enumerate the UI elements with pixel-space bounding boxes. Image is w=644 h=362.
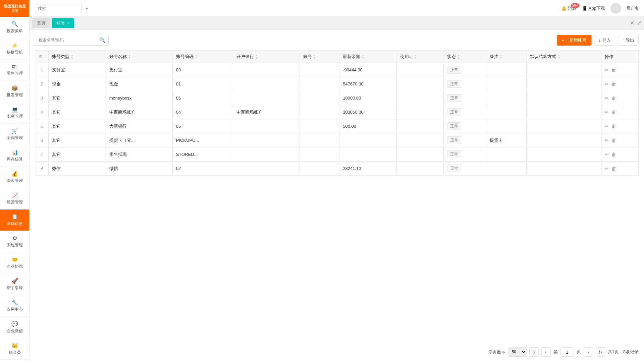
message-badge: 99+ (571, 3, 579, 8)
sidebar-item-12[interactable]: 🚀新手引导 (0, 274, 29, 295)
app-logo: 畅捷通好生意 乐版 (0, 0, 29, 17)
export-label: 导出 (626, 37, 634, 43)
sidebar-item-4[interactable]: 💻电商管理 (0, 102, 29, 124)
th-code[interactable]: 账号编码▲▼ (172, 51, 233, 63)
page-number-input[interactable] (560, 347, 574, 357)
sidebar-icon-9: 📋 (1, 214, 28, 220)
tab-close-btn[interactable]: ✕ (630, 20, 634, 26)
content-area: 🔍 + + 新增账号 ↓ 导入 ↑ 导出 (30, 29, 644, 362)
delete-icon-5[interactable]: 🗑 (611, 138, 616, 143)
cell-action-7: ✏ 🗑 (601, 162, 639, 176)
username-label[interactable]: 用户名 (627, 5, 639, 11)
add-account-button[interactable]: + + 新增账号 (557, 35, 591, 46)
sidebar-icon-8: 📈 (1, 192, 28, 198)
account-search-button[interactable]: 🔍 (97, 37, 108, 43)
th-settlement[interactable]: 默认结算方式▲▼ (527, 51, 601, 63)
edit-icon-1[interactable]: ✏ (605, 81, 609, 87)
edit-icon-4[interactable]: ✏ (605, 124, 609, 129)
cell-code-4: 05 (172, 119, 233, 133)
sidebar-item-11[interactable]: 🤝企业协同 (0, 252, 29, 274)
delete-icon-7[interactable]: 🗑 (611, 166, 616, 171)
table-row: 1 支付宝 支付宝 03 -90444.00 正常 ✏ 🗑 (35, 63, 639, 77)
sidebar-item-9[interactable]: 📋基础信息 (0, 209, 29, 231)
table-row: 2 现金 现金 01 547670.00 正常 ✏ 🗑 (35, 77, 639, 91)
sidebar-item-1[interactable]: ⚡快捷导航 (0, 38, 29, 60)
cell-type-5: 其它 (49, 133, 106, 147)
sidebar-item-2[interactable]: 🛍零售管理 (0, 60, 29, 81)
sidebar-item-3[interactable]: 📦批发管理 (0, 81, 29, 102)
delete-icon-3[interactable]: 🗑 (611, 110, 616, 115)
edit-icon-3[interactable]: ✏ (605, 110, 609, 115)
cell-bank-4 (233, 119, 300, 133)
edit-icon-7[interactable]: ✏ (605, 166, 609, 171)
topbar-search-input[interactable] (35, 4, 82, 13)
tab-expand-btn[interactable]: ⤢ (637, 20, 641, 26)
last-page-btn[interactable]: ⟩⟩ (596, 347, 605, 357)
th-name[interactable]: 账号名称▲▼ (106, 51, 172, 63)
th-account[interactable]: 账号▲▼ (300, 51, 339, 63)
settings-icon[interactable]: ⚙ (39, 54, 43, 59)
edit-icon-5[interactable]: ✏ (605, 138, 609, 143)
topbar-dropdown[interactable]: ▾ (86, 6, 88, 11)
topbar-app-download[interactable]: 📱 App下载 (582, 5, 605, 11)
edit-icon-6[interactable]: ✏ (605, 152, 609, 157)
add-account-label: + 新增账号 (566, 37, 587, 43)
cell-usage-6 (396, 147, 443, 162)
cell-remark-4 (486, 119, 527, 133)
prev-page-btn[interactable]: ⟨ (541, 347, 551, 357)
sidebar-item-8[interactable]: 📈经营管理 (0, 188, 29, 209)
tab-account-close[interactable]: × (67, 21, 69, 25)
th-usage[interactable]: 使用...▲▼ (396, 51, 443, 63)
delete-icon-1[interactable]: 🗑 (611, 81, 616, 87)
content-toolbar: 🔍 + + 新增账号 ↓ 导入 ↑ 导出 (35, 35, 639, 46)
sidebar-item-14[interactable]: 💬企业微信 (0, 317, 29, 338)
cell-settlement-0 (527, 63, 601, 77)
account-search-input[interactable] (35, 35, 97, 45)
next-page-btn[interactable]: ⟩ (584, 347, 593, 357)
th-type[interactable]: 账号类型▲▼ (49, 51, 106, 63)
cell-code-6: STORED... (172, 147, 233, 162)
export-button[interactable]: ↑ 导出 (618, 35, 639, 46)
sidebar-item-6[interactable]: 📊库存核算 (0, 145, 29, 167)
cell-settlement-2 (527, 91, 601, 105)
tab-account[interactable]: 账号 × (52, 18, 74, 28)
topbar-message[interactable]: 🔔 消息 99+ (561, 5, 577, 11)
sidebar-icon-11: 🤝 (1, 256, 28, 263)
cell-name-7: 微信 (106, 162, 172, 176)
user-avatar[interactable] (610, 3, 621, 14)
page-size-select[interactable]: 50 20 100 (508, 347, 527, 357)
cell-code-3: 04 (172, 105, 233, 119)
sidebar-item-7[interactable]: 💰资金管理 (0, 167, 29, 188)
edit-icon-0[interactable]: ✏ (605, 67, 609, 73)
sidebar: 畅捷通好生意 乐版 🔍搜索菜单⚡快捷导航🛍零售管理📦批发管理💻电商管理🛒采购管理… (0, 0, 30, 362)
cell-code-1: 01 (172, 77, 233, 91)
cell-num-0: 1 (35, 63, 49, 77)
cell-status-0: 正常 (444, 63, 486, 77)
sidebar-item-15[interactable]: 👑畅会员 (0, 338, 29, 360)
edit-icon-2[interactable]: ✏ (605, 96, 609, 101)
sidebar-item-13[interactable]: 🔧应用中心 (0, 295, 29, 317)
th-bank[interactable]: 开户银行▲▼ (233, 51, 300, 63)
toolbar-buttons: + + 新增账号 ↓ 导入 ↑ 导出 (557, 35, 639, 46)
th-status[interactable]: 状态▲▼ (444, 51, 486, 63)
cell-name-0: 支付宝 (106, 63, 172, 77)
cell-name-6: 零售抵现 (106, 147, 172, 162)
delete-icon-0[interactable]: 🗑 (611, 67, 616, 73)
sidebar-item-10[interactable]: ⚙系统管理 (0, 231, 29, 252)
sidebar-label-7: 资金管理 (7, 178, 23, 183)
tab-home[interactable]: 首页 (32, 18, 50, 28)
sidebar-item-0[interactable]: 🔍搜索菜单 (0, 17, 29, 38)
table-header-row: ⚙ 账号类型▲▼ 账号名称▲▼ 账号编码▲▼ 开户银行▲▼ 账号▲▼ 最新余额▲… (35, 51, 639, 63)
th-balance[interactable]: 最新余额▲▼ (339, 51, 397, 63)
sidebar-label-0: 搜索菜单 (7, 28, 23, 33)
import-button[interactable]: ↓ 导入 (594, 35, 615, 46)
cell-balance-6 (339, 147, 397, 162)
sidebar-item-5[interactable]: 🛒采购管理 (0, 124, 29, 145)
delete-icon-4[interactable]: 🗑 (611, 124, 616, 129)
delete-icon-2[interactable]: 🗑 (611, 96, 616, 101)
cell-balance-4: 500.00 (339, 119, 397, 133)
th-remark[interactable]: 备注▲▼ (486, 51, 527, 63)
first-page-btn[interactable]: ⟨⟨ (529, 347, 539, 357)
sidebar-icon-3: 📦 (1, 85, 28, 91)
delete-icon-6[interactable]: 🗑 (611, 152, 616, 157)
